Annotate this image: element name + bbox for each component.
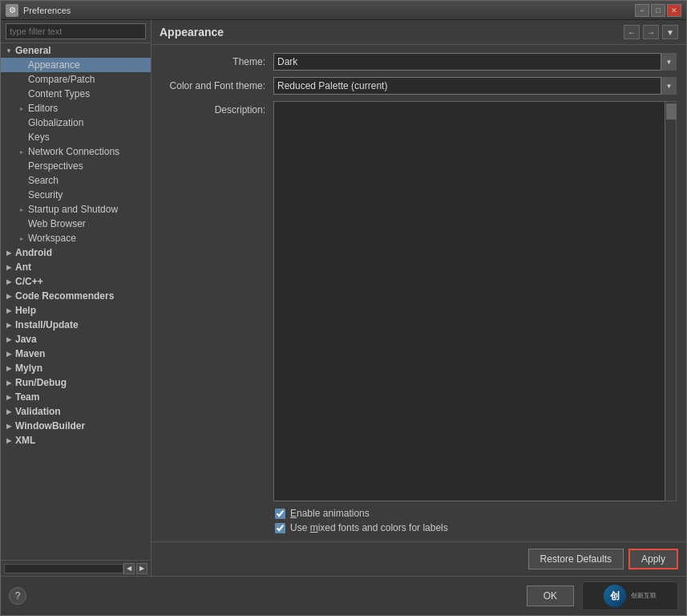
tree-arrow-icon: ▶ bbox=[4, 277, 14, 286]
sidebar-item-install-update[interactable]: ▶Install/Update bbox=[1, 318, 151, 332]
description-textarea bbox=[273, 101, 665, 501]
filter-input[interactable] bbox=[6, 23, 146, 39]
minimize-button[interactable]: − bbox=[635, 4, 649, 17]
close-button[interactable]: ✕ bbox=[667, 4, 681, 17]
sidebar-item-label: Appearance bbox=[28, 59, 80, 71]
sidebar-item-label: Validation bbox=[15, 406, 61, 417]
navigation-buttons: ← → ▼ bbox=[624, 25, 678, 39]
sidebar-item-compare-patch[interactable]: Compare/Patch bbox=[1, 72, 151, 87]
sidebar-scroll-arrows: ◀ ▶ bbox=[123, 563, 148, 574]
sidebar-tree: ▼GeneralAppearanceCompare/PatchContent T… bbox=[1, 43, 151, 560]
tree-dot-icon: ▸ bbox=[17, 235, 26, 242]
apply-button[interactable]: Apply bbox=[628, 549, 678, 569]
sidebar-item-run-debug[interactable]: ▶Run/Debug bbox=[1, 375, 151, 390]
settings-panel: Appearance ← → ▼ Theme: Dark Light Class… bbox=[152, 20, 686, 576]
sidebar-item-label: Java bbox=[15, 334, 37, 345]
enable-animations-label: Enable animations bbox=[290, 508, 370, 519]
theme-label: Theme: bbox=[161, 56, 265, 67]
sidebar-item-windowbuilder[interactable]: ▶WindowBuilder bbox=[1, 419, 151, 433]
color-font-select-wrapper: Reduced Palette (current) Default High C… bbox=[273, 77, 677, 95]
forward-button[interactable]: → bbox=[643, 25, 659, 39]
logo-text: 创新互联 bbox=[631, 592, 657, 600]
panel-header: Appearance ← → ▼ bbox=[152, 20, 686, 45]
tree-arrow-icon: ▶ bbox=[4, 262, 14, 272]
tree-arrow-icon: ▶ bbox=[4, 306, 14, 315]
sidebar-item-help[interactable]: ▶Help bbox=[1, 303, 151, 318]
sidebar-item-label: Network Connections bbox=[28, 146, 119, 157]
ok-button[interactable]: OK bbox=[527, 586, 574, 606]
sidebar-item-label: Mylyn bbox=[15, 363, 42, 374]
sidebar-item-label: Run/Debug bbox=[15, 377, 67, 388]
description-scrollbar[interactable] bbox=[665, 101, 677, 501]
tree-arrow-icon: ▶ bbox=[4, 436, 14, 445]
theme-select[interactable]: Dark Light Classic High Contrast bbox=[273, 53, 677, 71]
color-font-select[interactable]: Reduced Palette (current) Default High C… bbox=[273, 77, 677, 95]
sidebar-item-label: Ant bbox=[15, 261, 31, 273]
description-textarea-wrapper bbox=[273, 101, 677, 501]
sidebar-bottom: ◀ ▶ bbox=[1, 560, 151, 576]
back-button[interactable]: ← bbox=[624, 25, 640, 39]
color-font-label: Color and Font theme: bbox=[161, 80, 265, 91]
tree-arrow-icon: ▼ bbox=[4, 46, 14, 55]
window-icon: ⚙ bbox=[6, 4, 18, 17]
sidebar-item-label: Workspace bbox=[28, 233, 76, 244]
help-button[interactable]: ? bbox=[9, 587, 26, 605]
sidebar-item-startup-shutdown[interactable]: ▸Startup and Shutdow bbox=[1, 202, 151, 217]
sidebar-item-android[interactable]: ▶Android bbox=[1, 245, 151, 260]
sidebar-item-label: Code Recommenders bbox=[15, 290, 114, 302]
mixed-fonts-checkbox[interactable] bbox=[275, 523, 285, 533]
sidebar-item-xml[interactable]: ▶XML bbox=[1, 433, 151, 448]
tree-dot-icon: ▸ bbox=[17, 105, 26, 112]
sidebar-item-editors[interactable]: ▸Editors bbox=[1, 101, 151, 116]
sidebar: ▼GeneralAppearanceCompare/PatchContent T… bbox=[1, 20, 152, 576]
tree-arrow-icon: ▶ bbox=[4, 349, 14, 359]
sidebar-item-mylyn[interactable]: ▶Mylyn bbox=[1, 361, 151, 375]
description-box: Description: bbox=[161, 101, 677, 501]
nav-menu-button[interactable]: ▼ bbox=[662, 25, 678, 39]
sidebar-item-network-connections[interactable]: ▸Network Connections bbox=[1, 144, 151, 159]
description-label: Description: bbox=[161, 101, 265, 501]
sidebar-item-ant[interactable]: ▶Ant bbox=[1, 260, 151, 274]
sidebar-item-label: Team bbox=[15, 391, 39, 403]
sidebar-item-globalization[interactable]: Globalization bbox=[1, 116, 151, 130]
sidebar-item-security[interactable]: Security bbox=[1, 188, 151, 202]
sidebar-item-label: Editors bbox=[28, 103, 58, 114]
window-controls: − □ ✕ bbox=[635, 4, 681, 17]
sidebar-item-label: XML bbox=[15, 435, 35, 446]
sidebar-item-label: Keys bbox=[28, 132, 50, 143]
maximize-button[interactable]: □ bbox=[651, 4, 665, 17]
sidebar-horizontal-scrollbar[interactable] bbox=[4, 564, 123, 573]
sidebar-item-perspectives[interactable]: Perspectives bbox=[1, 159, 151, 173]
main-content-area: ▼GeneralAppearanceCompare/PatchContent T… bbox=[1, 20, 686, 576]
sidebar-item-code-recommenders[interactable]: ▶Code Recommenders bbox=[1, 289, 151, 303]
sidebar-item-validation[interactable]: ▶Validation bbox=[1, 404, 151, 419]
panel-content: Theme: Dark Light Classic High Contrast … bbox=[152, 45, 686, 541]
sidebar-item-java[interactable]: ▶Java bbox=[1, 332, 151, 346]
sidebar-item-workspace[interactable]: ▸Workspace bbox=[1, 231, 151, 245]
tree-arrow-icon: ▶ bbox=[4, 392, 14, 402]
sidebar-item-team[interactable]: ▶Team bbox=[1, 390, 151, 404]
brand-logo: 创 创新互联 bbox=[582, 582, 678, 610]
sidebar-item-maven[interactable]: ▶Maven bbox=[1, 346, 151, 361]
sidebar-item-label: Content Types bbox=[28, 88, 90, 99]
tree-arrow-icon: ▶ bbox=[4, 291, 14, 301]
sidebar-scroll-left[interactable]: ◀ bbox=[123, 563, 135, 574]
tree-arrow-icon: ▶ bbox=[4, 320, 14, 330]
theme-row: Theme: Dark Light Classic High Contrast … bbox=[161, 53, 677, 71]
panel-title: Appearance bbox=[160, 26, 624, 38]
sidebar-item-appearance[interactable]: Appearance bbox=[1, 58, 151, 72]
sidebar-item-c-cpp[interactable]: ▶C/C++ bbox=[1, 274, 151, 289]
sidebar-item-keys[interactable]: Keys bbox=[1, 130, 151, 144]
sidebar-item-search[interactable]: Search bbox=[1, 173, 151, 188]
restore-defaults-button[interactable]: Restore Defaults bbox=[528, 549, 624, 569]
tree-arrow-icon: ▶ bbox=[4, 378, 14, 387]
enable-animations-checkbox[interactable] bbox=[275, 509, 285, 519]
mixed-fonts-label: Use mixed fonts and colors for labels bbox=[290, 522, 448, 533]
tree-arrow-icon: ▶ bbox=[4, 407, 14, 416]
sidebar-item-content-types[interactable]: Content Types bbox=[1, 87, 151, 101]
sidebar-item-label: Web Browser bbox=[28, 218, 86, 229]
sidebar-scroll-right[interactable]: ▶ bbox=[136, 563, 148, 574]
sidebar-item-web-browser[interactable]: Web Browser bbox=[1, 217, 151, 231]
sidebar-item-label: Search bbox=[28, 175, 59, 186]
sidebar-item-general[interactable]: ▼General bbox=[1, 43, 151, 58]
